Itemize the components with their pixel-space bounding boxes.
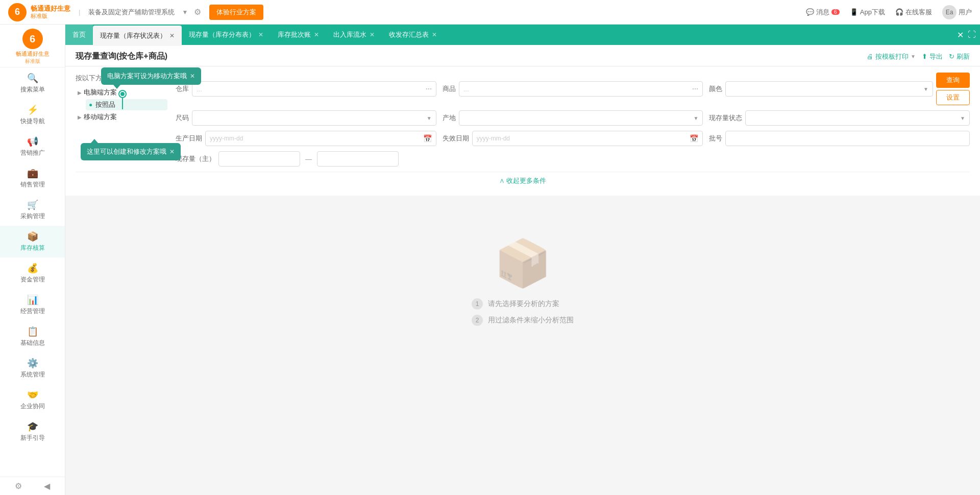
- filter-fields-container: 仓库 ... ⋯ 商品 ..: [176, 73, 970, 170]
- tab-receipt-summary[interactable]: 收发存汇总表 ✕: [382, 25, 444, 45]
- expiry-date-input[interactable]: yyyy-mm-dd 📅: [472, 131, 703, 146]
- tab-inout-flow[interactable]: 出入库流水 ✕: [326, 25, 382, 45]
- tab-inventory-status[interactable]: 现存量（库存状况表） ✕: [93, 26, 182, 46]
- product-dots-icon: ⋯: [692, 85, 698, 92]
- scheme-column: 按以下方案查询 + ↺ «: [76, 73, 167, 122]
- sidebar-item-inventory[interactable]: 📦 库存核算: [0, 226, 65, 257]
- sidebar-item-quicknav[interactable]: ⚡ 快捷导航: [0, 99, 65, 131]
- tab-batch-accounts[interactable]: 库存批次账 ✕: [271, 25, 326, 45]
- close-tab-inout-icon[interactable]: ✕: [370, 31, 375, 38]
- warehouse-dots-icon: ⋯: [426, 85, 432, 92]
- message-badge: 6: [831, 9, 840, 15]
- sidebar-label-system: 系统管理: [20, 370, 45, 379]
- sidebar-item-purchase[interactable]: 🛒 采购管理: [0, 194, 65, 226]
- close-tab-inventory-status-icon[interactable]: ✕: [169, 32, 175, 39]
- headset-icon: 🎧: [895, 8, 903, 16]
- search-icon: 🔍: [27, 73, 38, 84]
- collapse-sidebar-icon[interactable]: ◀: [44, 481, 50, 491]
- search-button[interactable]: 查询: [936, 73, 970, 88]
- sidebar-item-basicinfo[interactable]: 📋 基础信息: [0, 321, 65, 352]
- stock-main-to-input[interactable]: [317, 151, 399, 167]
- product-select[interactable]: ... ⋯: [459, 81, 703, 97]
- edit-tooltip-close[interactable]: ✕: [169, 148, 175, 155]
- expand-mobile-icon[interactable]: ▶: [78, 114, 82, 120]
- message-button[interactable]: 💬 消息 6: [806, 8, 840, 17]
- set-button[interactable]: 设置: [936, 90, 970, 105]
- size-label: 尺码: [176, 113, 189, 123]
- batch-label: 批号: [709, 134, 722, 143]
- operations-icon: 📊: [27, 294, 38, 305]
- tab-home[interactable]: 首页: [65, 25, 93, 45]
- settings-icon[interactable]: ⚙: [194, 7, 201, 17]
- tab-inventory-dist[interactable]: 现存量（库存分布表） ✕: [182, 25, 271, 45]
- sidebar-label-sales: 销售管理: [20, 180, 45, 189]
- basicinfo-icon: 📋: [27, 326, 38, 337]
- warehouse-select[interactable]: ... ⋯: [192, 81, 436, 97]
- production-date-field: 生产日期 yyyy-mm-dd 📅: [176, 131, 436, 146]
- product-field: 商品 ... ⋯: [443, 81, 703, 97]
- color-label: 颜色: [709, 84, 722, 93]
- close-tab-batch-icon[interactable]: ✕: [314, 31, 319, 38]
- quicknav-icon: ⚡: [27, 104, 38, 115]
- app-download-button[interactable]: 📱 App下载: [850, 8, 885, 17]
- sidebar-bottom: ⚙ ◀: [0, 477, 65, 495]
- origin-select[interactable]: ▼: [459, 110, 703, 126]
- expand-desktop-icon[interactable]: ▶: [78, 90, 82, 96]
- sidebar-label-search: 搜索菜单: [20, 85, 45, 94]
- empty-state-icon: 📦: [494, 237, 551, 290]
- production-date-placeholder: yyyy-mm-dd: [210, 135, 243, 142]
- scheme-tooltip-close[interactable]: ✕: [190, 73, 195, 80]
- production-date-input[interactable]: yyyy-mm-dd 📅: [205, 131, 436, 146]
- color-dropdown-icon: ▼: [923, 86, 928, 92]
- empty-steps: 1 请先选择要分析的方案 2 用过滤条件来缩小分析范围: [472, 298, 574, 326]
- sidebar-item-sales[interactable]: 💼 销售管理: [0, 162, 65, 194]
- sidebar-item-guide[interactable]: 🎓 新手引导: [0, 416, 65, 447]
- origin-dropdown-icon: ▼: [693, 115, 698, 121]
- tab-bar: 首页 现存量（库存状况表） ✕ 现存量（库存分布表） ✕ 库存批次账 ✕ 出入库…: [65, 25, 980, 45]
- batch-input[interactable]: [725, 131, 970, 146]
- collapse-button[interactable]: ∧ 收起更多条件: [76, 172, 970, 190]
- sidebar-item-finance[interactable]: 💰 资金管理: [0, 257, 65, 289]
- tab-actions: ✕ ⛶: [953, 30, 980, 40]
- stock-main-from-input[interactable]: [218, 151, 300, 167]
- sidebar-item-system[interactable]: ⚙️ 系统管理: [0, 352, 65, 384]
- stock-status-select[interactable]: ▼: [745, 110, 970, 126]
- mobile-scheme-label: 移动端方案: [84, 112, 117, 122]
- color-select[interactable]: ▼: [725, 81, 933, 97]
- refresh-button[interactable]: ↻ 刷新: [949, 52, 970, 61]
- tab-fullscreen-icon[interactable]: ⛶: [968, 30, 976, 39]
- close-tab-inventory-dist-icon[interactable]: ✕: [258, 31, 263, 38]
- tab-close-all-icon[interactable]: ✕: [957, 30, 964, 40]
- settings-bottom-icon[interactable]: ⚙: [15, 481, 22, 491]
- sidebar: 6 畅通通好生意 标准版 🔍 搜索菜单 ⚡ 快捷导航 📢 营销推广 💼 销售管理: [0, 25, 65, 495]
- user-menu[interactable]: Ea 用户: [942, 5, 972, 19]
- empty-state: 📦 1 请先选择要分析的方案 2 用过滤条件来缩小分析范围: [65, 196, 980, 367]
- export-icon: ⬆: [922, 53, 927, 60]
- experience-button[interactable]: 体验行业方案: [209, 5, 263, 20]
- close-tab-receipt-icon[interactable]: ✕: [432, 31, 437, 38]
- online-service-button[interactable]: 🎧 在线客服: [895, 8, 932, 17]
- edit-tooltip-text: 这里可以创建和修改方案哦: [87, 147, 166, 156]
- sidebar-item-marketing[interactable]: 📢 营销推广: [0, 131, 65, 162]
- sidebar-item-operations[interactable]: 📊 经营管理: [0, 289, 65, 321]
- marketing-icon: 📢: [27, 136, 38, 147]
- production-date-calendar-icon[interactable]: 📅: [423, 134, 432, 143]
- export-button[interactable]: ⬆ 导出: [922, 52, 943, 61]
- system-icon: ⚙️: [27, 358, 38, 369]
- size-select[interactable]: ▼: [192, 110, 436, 126]
- stock-main-label: 现存量（主）: [176, 154, 215, 163]
- message-icon: 💬: [806, 8, 814, 16]
- dropdown-arrow-icon[interactable]: ▼: [182, 9, 188, 16]
- sidebar-logo: 6: [22, 29, 43, 49]
- sidebar-item-search[interactable]: 🔍 搜索菜单: [0, 67, 65, 99]
- sidebar-label-guide: 新手引导: [20, 434, 45, 442]
- phone-icon: 📱: [850, 8, 858, 16]
- sidebar-item-enterprise[interactable]: 🤝 企业协同: [0, 384, 65, 416]
- origin-field: 产地 ▼: [443, 110, 703, 126]
- sidebar-brand: 畅通通好生意: [16, 50, 50, 58]
- step-1-num: 1: [472, 298, 483, 310]
- print-button[interactable]: 🖨 按模板打印 ▼: [867, 52, 916, 61]
- sidebar-version: 标准版: [25, 58, 40, 65]
- expiry-date-calendar-icon[interactable]: 📅: [690, 134, 698, 143]
- scheme-item-desktop[interactable]: ● 按照品: [86, 99, 167, 110]
